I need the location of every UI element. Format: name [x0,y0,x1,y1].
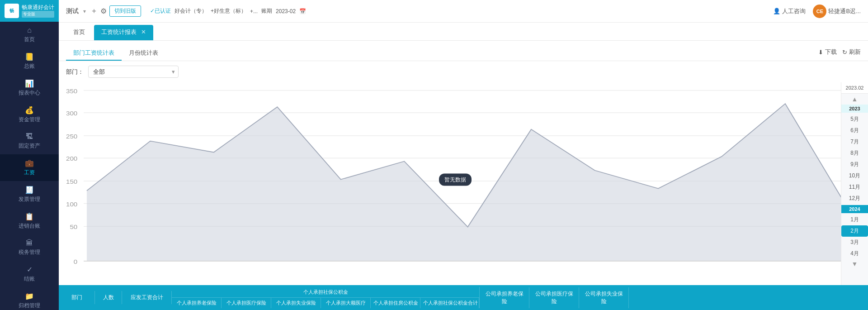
sidebar-label-funds: 资金管理 [19,116,40,124]
th-personal-medical: 个人承担医疗保险 [222,298,271,308]
sidebar: 畅 畅康通好会计 专业版 ⌂ 首页 📒 总账 📊 报表中心 💰 资金管理 🏗 固… [0,0,59,310]
topbar-dropdown-arrow[interactable]: ▾ [83,8,86,14]
user-label: 轻捷通B迟... [828,7,861,15]
calendar-icon[interactable]: 📅 [299,8,306,14]
sidebar-label-tax: 税务管理 [19,248,40,256]
sidebar-item-reports[interactable]: 📊 报表中心 [0,75,59,101]
sidebar-label-ledger: 总账 [24,62,35,70]
sidebar-item-checkout[interactable]: ✓ 结账 [0,261,59,287]
logo-icon: 畅 [5,4,19,18]
sidebar-label-home: 首页 [24,36,35,43]
sidebar-item-assets[interactable]: 🏗 固定资产 [0,128,59,154]
month-9[interactable]: 9月 [841,159,868,170]
topbar-actions: ＋ ⚙ 切到旧版 [90,5,141,17]
logo-badge: 专业版 [22,11,54,18]
user-item[interactable]: CE 轻捷通B迟... [813,5,861,18]
tab-home[interactable]: 首页 [66,25,92,40]
certified-status: ✓已认证 [150,7,171,15]
sidebar-icon-checkout: ✓ [27,265,33,274]
svg-text:300: 300 [66,110,77,117]
month-4[interactable]: 4月 [841,248,868,259]
sidebar-item-funds[interactable]: 💰 资金管理 [0,101,59,128]
th-dept: 部门 [59,291,95,304]
sidebar-items-container: ⌂ 首页 📒 总账 📊 报表中心 💰 资金管理 🏗 固定资产 💼 工资 🧾 发票… [0,22,59,310]
topbar-status: ✓已认证 好会计（专） +好生意（标） +... 账期 2023-02 📅 [150,7,306,15]
sidebar-label-invoice: 发票管理 [19,196,40,203]
year-2024: 2024 [841,205,868,213]
month-11[interactable]: 11月 [841,181,868,193]
svg-text:150: 150 [66,178,77,185]
topbar-right: 👤 人工咨询 CE 轻捷通B迟... [773,5,861,18]
dept-label: 部门： [66,68,84,76]
sidebar-item-salary[interactable]: 💼 工资 [0,154,59,181]
month-5[interactable]: 5月 [841,114,868,125]
date-prev-btn[interactable]: ▲ [851,95,859,104]
date-next-btn[interactable]: ▼ [851,259,859,268]
th-personal-pension: 个人承担养老保险 [172,298,222,308]
month-10[interactable]: 10月 [841,170,868,181]
month-6[interactable]: 6月 [841,125,868,136]
sidebar-item-archive[interactable]: 📁 归档管理 [0,287,59,310]
main-content: 测试 ▾ ＋ ⚙ 切到旧版 ✓已认证 好会计（专） +好生意（标） +... 账… [59,0,868,310]
chart-tooltip: 暂无数据 [439,174,472,186]
month-2-active[interactable]: 2月 [841,225,868,237]
refresh-btn[interactable]: ↻ 刷新 [842,46,861,58]
month-3[interactable]: 3月 [841,237,868,248]
sidebar-label-assets: 固定资产 [19,142,40,150]
chart-area: 350 300 250 200 150 100 50 0 [59,82,868,285]
download-btn[interactable]: ⬇ 下载 [818,46,837,58]
more-status: +... [250,8,258,14]
sidebar-icon-sales: 📋 [25,212,34,221]
switch-version-btn[interactable]: 切到旧版 [109,5,141,17]
year-2023: 2023 [841,105,868,113]
tab-bar: 首页 工资统计报表 ✕ [59,23,868,41]
tab-salary-stats[interactable]: 工资统计报表 ✕ [94,25,153,40]
month-7[interactable]: 7月 [841,136,868,148]
date-panel-header: 2023.02 [841,82,868,94]
help-icon: 👤 [773,8,780,14]
date-panel-nav: ▲ 2023 5月 6月 7月 8月 9月 10月 11月 12月 2024 1… [841,94,868,269]
refresh-icon: ↻ [842,49,847,56]
good-account-status: 好会计（专） [175,7,207,15]
svg-text:350: 350 [66,88,77,95]
topbar-add-btn[interactable]: ＋ [90,6,98,16]
dept-select-wrap: 全部 财务部 人事部 研发部 销售部 ▾ [88,66,179,78]
th-count: 人数 [95,291,122,304]
sidebar-item-home[interactable]: ⌂ 首页 [0,22,59,48]
period-value: 2023-02 [276,8,296,14]
sidebar-label-sales: 进销台账 [19,222,40,230]
th-group-sub: 个人承担养老保险 个人承担医疗保险 个人承担失业保险 个人承担大额医疗 个人承担… [172,298,479,308]
date-panel-title: 2023.02 [846,85,864,91]
sidebar-item-tax[interactable]: 🏛 税务管理 [0,234,59,261]
sidebar-icon-assets: 🏗 [26,133,33,141]
sidebar-icon-invoice: 🧾 [25,186,34,194]
sidebar-icon-archive: 📁 [25,292,34,300]
svg-text:0: 0 [74,258,78,265]
sidebar-label-reports: 报表中心 [19,89,40,97]
download-icon: ⬇ [818,49,823,56]
sub-tab-dept[interactable]: 部门工资统计表 [66,46,122,61]
sidebar-icon-tax: 🏛 [26,239,33,247]
sidebar-item-invoice[interactable]: 🧾 发票管理 [0,181,59,208]
th-group-title: 个人承担社保公积金 [172,287,479,298]
topbar-title: 测试 [66,7,79,15]
sidebar-icon-salary: 💼 [25,159,34,167]
sub-tab-monthly[interactable]: 月份统计表 [122,46,165,61]
month-12[interactable]: 12月 [841,193,868,204]
dept-select[interactable]: 全部 财务部 人事部 研发部 销售部 [88,66,179,78]
tab-close-btn[interactable]: ✕ [141,29,146,35]
month-8[interactable]: 8月 [841,148,868,159]
sidebar-icon-ledger: 📒 [25,52,34,61]
svg-text:200: 200 [66,155,77,162]
th-total-salary: 应发工资合计 [122,291,172,304]
sidebar-item-ledger[interactable]: 📒 总账 [0,48,59,75]
sidebar-item-sales[interactable]: 📋 进销台账 [0,208,59,234]
business-status: +好生意（标） [211,7,246,15]
topbar-settings-btn[interactable]: ⚙ [100,7,107,15]
th-personal-total: 个人承担社保公积金合计 [420,298,479,308]
chart-and-datepanel: 350 300 250 200 150 100 50 0 [59,82,868,285]
sub-tabs: 部门工资统计表 月份统计表 ⬇ 下载 ↻ 刷新 [59,41,868,61]
month-1[interactable]: 1月 [841,214,868,225]
help-btn[interactable]: 👤 人工咨询 [773,7,806,15]
sidebar-icon-funds: 💰 [25,106,34,114]
